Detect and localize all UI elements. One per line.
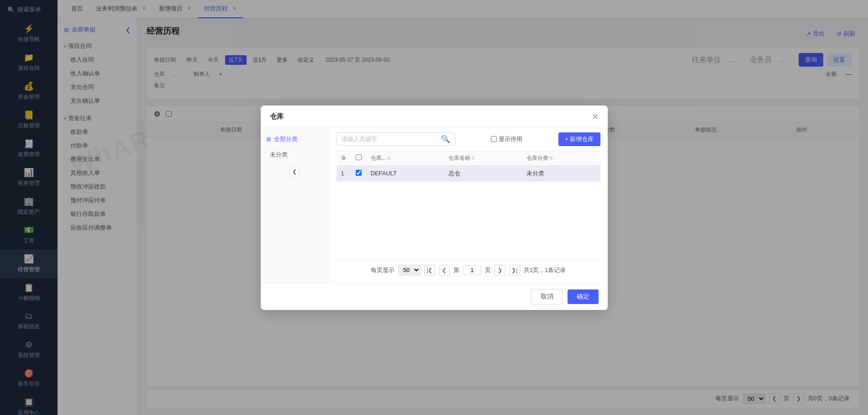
col-check xyxy=(351,151,366,165)
warehouse-dialog: 仓库 ✕ ⊞ 全部分类 未分类 ❮ xyxy=(261,105,608,310)
dialog-page-next-btn[interactable]: ❯ xyxy=(494,265,505,276)
dialog-page-text: 第 xyxy=(453,266,459,274)
show-disabled-checkbox[interactable] xyxy=(491,136,497,142)
dialog-toolbar: 🔍 显示停用 + 新增仓库 xyxy=(337,132,600,146)
row-num: 1 xyxy=(337,165,351,181)
dialog-table: ⚙ 仓库...⇅ 仓库名称⇅ 仓库分类⇅ xyxy=(337,151,600,182)
dialog-page-prev-btn[interactable]: ❮ xyxy=(439,265,450,276)
dialog-page-first-btn[interactable]: |❮ xyxy=(424,265,435,276)
sort-icon-code: ⇅ xyxy=(387,156,391,161)
dialog-search-box[interactable]: 🔍 xyxy=(337,132,455,146)
category-scroll-area xyxy=(261,181,329,263)
dialog-page-input[interactable] xyxy=(463,265,481,275)
dialog-per-page-label: 每页显示 xyxy=(371,266,395,274)
row-category: 未分类 xyxy=(522,165,600,181)
dialog-total: 共1页，1条记录 xyxy=(524,266,566,274)
dialog-header: 仓库 ✕ xyxy=(261,105,608,128)
table-row[interactable]: 1 DEFAULT 总仓 未分类 xyxy=(337,165,600,181)
dialog-title: 仓库 xyxy=(270,112,284,121)
category-panel-collapse[interactable]: ❮ xyxy=(289,166,300,177)
dialog-category-panel: ⊞ 全部分类 未分类 ❮ xyxy=(261,128,329,283)
dialog-overlay: 仓库 ✕ ⊞ 全部分类 未分类 ❮ xyxy=(0,0,868,415)
category-all-item[interactable]: ⊞ 全部分类 xyxy=(261,131,329,147)
col-warehouse-code[interactable]: 仓库...⇅ xyxy=(366,151,444,165)
row-name: 总仓 xyxy=(444,165,522,181)
dialog-select-all[interactable] xyxy=(356,154,362,160)
dialog-close-button[interactable]: ✕ xyxy=(592,112,599,122)
category-uncategorized[interactable]: 未分类 xyxy=(261,147,329,163)
sort-icon-cat: ⇅ xyxy=(549,156,553,161)
dialog-table-panel: 🔍 显示停用 + 新增仓库 ⚙ xyxy=(329,128,608,283)
dialog-footer: 取消 确定 xyxy=(261,283,608,310)
show-disabled-label: 显示停用 xyxy=(499,135,522,143)
dialog-cancel-button[interactable]: 取消 xyxy=(531,289,563,305)
show-disabled-checkbox-label[interactable]: 显示停用 xyxy=(491,135,522,143)
col-warehouse-name[interactable]: 仓库名称⇅ xyxy=(444,151,522,165)
col-warehouse-category[interactable]: 仓库分类⇅ xyxy=(522,151,600,165)
dialog-page-last-btn[interactable]: ❯| xyxy=(509,265,520,276)
dialog-table-wrapper: ⚙ 仓库...⇅ 仓库名称⇅ 仓库分类⇅ xyxy=(337,151,600,260)
row-check[interactable] xyxy=(351,165,366,181)
sort-icon-name: ⇅ xyxy=(471,156,475,161)
row-checkbox[interactable] xyxy=(356,170,362,176)
dialog-body: ⊞ 全部分类 未分类 ❮ 🔍 xyxy=(261,128,608,283)
category-uncategorized-label: 未分类 xyxy=(270,151,288,158)
grid-icon-2: ⊞ xyxy=(266,136,271,142)
col-gear[interactable]: ⚙ xyxy=(337,151,351,165)
dialog-confirm-button[interactable]: 确定 xyxy=(568,289,599,304)
dialog-search-input[interactable] xyxy=(342,136,438,142)
dialog-pagination: 每页显示 50 |❮ ❮ 第 页 ❯ ❯| 共1页，1条记录 xyxy=(337,260,600,278)
category-all-label: 全部分类 xyxy=(274,135,298,143)
dialog-per-page-select[interactable]: 50 xyxy=(398,265,421,275)
add-warehouse-button[interactable]: + 新增仓库 xyxy=(558,132,600,146)
dialog-page-label: 页 xyxy=(485,266,491,274)
row-code: DEFAULT xyxy=(366,165,444,181)
search-icon-2: 🔍 xyxy=(441,135,450,143)
